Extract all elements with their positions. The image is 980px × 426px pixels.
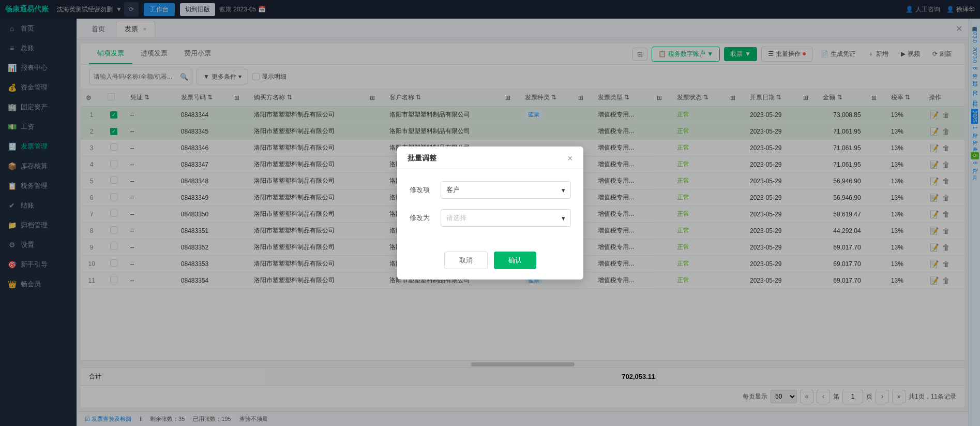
modal-footer: 取消 确认 [397,245,583,280]
modal-close-btn[interactable]: × [567,154,573,163]
modify-field-label: 修改项 [410,185,441,195]
modify-to-select[interactable]: 请选择 ▾ [441,209,571,227]
modify-to-placeholder: 请选择 [446,213,466,223]
modify-to-row: 修改为 请选择 ▾ [410,209,571,227]
chevron-down-icon-modal: ▾ [562,186,565,194]
confirm-btn[interactable]: 确认 [494,252,536,269]
modal-title: 批量调整 [408,154,436,163]
modify-field-select[interactable]: 客户 ▾ [441,181,571,199]
modify-to-label: 修改为 [410,213,441,223]
modal-header: 批量调整 × [397,146,583,169]
cancel-btn[interactable]: 取消 [444,252,488,269]
chevron-down-icon-modal2: ▾ [562,214,565,222]
modal-body: 修改项 客户 ▾ 修改为 请选择 ▾ [397,169,583,245]
batch-adjust-modal: 批量调整 × 修改项 客户 ▾ 修改为 请选择 ▾ 取消 确认 [397,146,583,280]
modify-field-row: 修改项 客户 ▾ [410,181,571,199]
modify-field-value: 客户 [446,185,460,195]
modal-overlay: 批量调整 × 修改项 客户 ▾ 修改为 请选择 ▾ 取消 确认 [0,0,980,426]
